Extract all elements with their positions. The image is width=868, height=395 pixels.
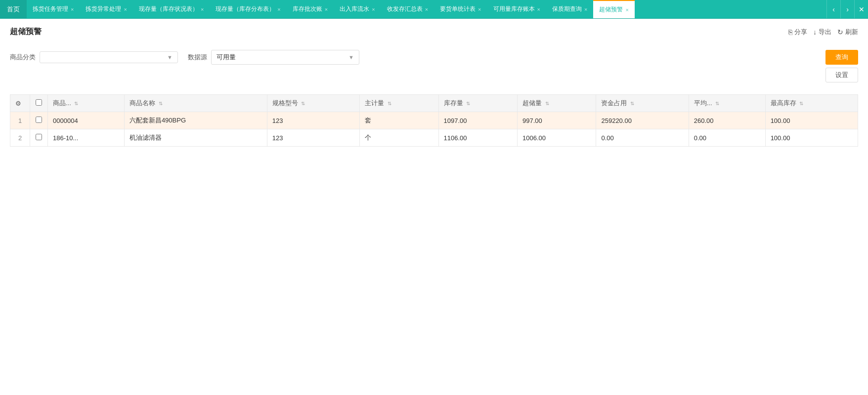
nav-close-button[interactable]: ✕ — [854, 0, 868, 19]
top-navigation: 首页 拣货任务管理 × 拣货异常处理 × 现存量（库存状况表） × 现存量（库存… — [0, 0, 868, 19]
export-icon: ↓ — [813, 28, 817, 36]
row-stock-1: 1106.00 — [438, 129, 517, 147]
sort-icon-capital: ⇅ — [630, 101, 634, 106]
th-code[interactable]: 商品... ⇅ — [48, 95, 125, 112]
share-button[interactable]: ⎘ 分享 — [788, 28, 807, 37]
sort-icon-spec: ⇅ — [301, 101, 305, 106]
row-checkbox-cell-0 — [30, 112, 48, 129]
row-max-1: 100.00 — [765, 129, 858, 147]
row-stock-0: 1097.00 — [438, 112, 517, 129]
sort-icon-stock: ⇅ — [466, 101, 470, 106]
nav-tab-9[interactable]: 保质期查询 × — [546, 0, 593, 19]
select-all-checkbox[interactable] — [36, 99, 42, 106]
close-tab-4[interactable]: × — [325, 6, 328, 12]
datasource-select[interactable]: 可用量 ▼ — [211, 50, 359, 65]
category-select[interactable]: ▼ — [40, 51, 178, 63]
row-unit-0: 套 — [360, 112, 438, 129]
refresh-icon: ↻ — [837, 28, 843, 36]
row-max-0: 100.00 — [765, 112, 858, 129]
close-tab-10[interactable]: × — [625, 7, 628, 13]
nav-arrows: ‹ › ✕ — [826, 0, 868, 19]
page-header: 超储预警 ⎘ 分享 ↓ 导出 ↻ 刷新 — [10, 27, 858, 37]
row-code-0: 0000004 — [48, 112, 125, 129]
data-table: ⚙ 商品... ⇅ 商品名称 ⇅ 规格型号 ⇅ 主计量 — [10, 94, 858, 147]
close-tab-5[interactable]: × — [372, 6, 375, 12]
row-checkbox-cell-1 — [30, 129, 48, 147]
query-settings-col: 查询 设置 — [825, 50, 858, 82]
close-tab-6[interactable]: × — [425, 6, 428, 12]
sort-icon-name: ⇅ — [159, 101, 163, 106]
table-header-row: ⚙ 商品... ⇅ 商品名称 ⇅ 规格型号 ⇅ 主计量 — [10, 95, 858, 112]
settings-button[interactable]: 设置 — [825, 68, 858, 82]
datasource-label: 数据源 — [188, 53, 207, 62]
nav-tab-8[interactable]: 可用量库存账本 × — [487, 0, 546, 19]
nav-tab-4[interactable]: 库存批次账 × — [287, 0, 334, 19]
close-tab-2[interactable]: × — [201, 6, 204, 12]
row-name-1: 机油滤清器 — [124, 129, 267, 147]
th-checkbox — [30, 95, 48, 112]
filter-area: 商品分类 ▼ 数据源 可用量 ▼ 查询 设置 — [10, 45, 858, 87]
sort-icon-over: ⇅ — [545, 101, 549, 106]
sort-icon-unit: ⇅ — [388, 101, 391, 106]
th-unit[interactable]: 主计量 ⇅ — [360, 95, 438, 112]
th-avg[interactable]: 平均... ⇅ — [689, 95, 765, 112]
table-row: 2 186-10... 机油滤清器 123 个 1106.00 1006.00 … — [10, 129, 858, 147]
gear-icon: ⚙ — [15, 100, 21, 107]
row-over-0: 997.00 — [517, 112, 596, 129]
th-spec[interactable]: 规格型号 ⇅ — [267, 95, 359, 112]
category-chevron-icon: ▼ — [167, 54, 173, 60]
page-actions: ⎘ 分享 ↓ 导出 ↻ 刷新 — [788, 28, 858, 37]
nav-tab-10[interactable]: 超储预警 × — [593, 0, 634, 19]
page-title: 超储预警 — [10, 27, 42, 37]
th-stock[interactable]: 库存量 ⇅ — [438, 95, 517, 112]
main-content: 超储预警 ⎘ 分享 ↓ 导出 ↻ 刷新 商品分类 ▼ — [0, 19, 868, 395]
table-row: 1 0000004 六配套新昌490BPG 123 套 1097.00 997.… — [10, 112, 858, 129]
nav-tab-5[interactable]: 出入库流水 × — [334, 0, 381, 19]
nav-next-button[interactable]: › — [840, 0, 854, 19]
row-spec-0: 123 — [267, 112, 359, 129]
close-tab-1[interactable]: × — [124, 6, 127, 12]
row-capital-0: 259220.00 — [596, 112, 689, 129]
nav-tab-6[interactable]: 收发存汇总表 × — [381, 0, 434, 19]
table-header: ⚙ 商品... ⇅ 商品名称 ⇅ 规格型号 ⇅ 主计量 — [10, 95, 858, 112]
nav-tab-2[interactable]: 现存量（库存状况表） × — [133, 0, 210, 19]
row-spec-1: 123 — [267, 129, 359, 147]
close-tab-8[interactable]: × — [537, 6, 540, 12]
category-label: 商品分类 — [10, 53, 36, 62]
th-capital[interactable]: 资金占用 ⇅ — [596, 95, 689, 112]
row-avg-0: 260.00 — [689, 112, 765, 129]
row-code-1: 186-10... — [48, 129, 125, 147]
nav-tab-3[interactable]: 现存量（库存分布表） × — [210, 0, 286, 19]
row-unit-1: 个 — [360, 129, 438, 147]
th-gear[interactable]: ⚙ — [10, 95, 30, 112]
row-name-0: 六配套新昌490BPG — [124, 112, 267, 129]
nav-home[interactable]: 首页 — [0, 0, 27, 19]
table-body: 1 0000004 六配套新昌490BPG 123 套 1097.00 997.… — [10, 112, 858, 147]
row-avg-1: 0.00 — [689, 129, 765, 147]
close-tab-3[interactable]: × — [277, 6, 280, 12]
nav-tab-7[interactable]: 要货单统计表 × — [434, 0, 487, 19]
nav-tab-1[interactable]: 拣货异常处理 × — [80, 0, 132, 19]
row-checkbox-0[interactable] — [36, 117, 42, 123]
row-num-1: 2 — [10, 129, 30, 147]
category-filter: 商品分类 ▼ — [10, 51, 178, 63]
close-tab-7[interactable]: × — [478, 6, 481, 12]
export-button[interactable]: ↓ 导出 — [813, 28, 831, 37]
sort-icon-avg: ⇅ — [715, 101, 719, 106]
th-max[interactable]: 最高库存 ⇅ — [765, 95, 858, 112]
query-button[interactable]: 查询 — [825, 50, 858, 65]
sort-icon-code: ⇅ — [74, 101, 78, 106]
refresh-button[interactable]: ↻ 刷新 — [837, 28, 858, 37]
close-tab-0[interactable]: × — [71, 6, 74, 12]
row-capital-1: 0.00 — [596, 129, 689, 147]
row-over-1: 1006.00 — [517, 129, 596, 147]
th-over[interactable]: 超储量 ⇅ — [517, 95, 596, 112]
nav-prev-button[interactable]: ‹ — [826, 0, 840, 19]
row-checkbox-1[interactable] — [36, 134, 42, 140]
datasource-select-text: 可用量 — [217, 53, 236, 62]
datasource-filter: 数据源 可用量 ▼ — [188, 50, 359, 65]
nav-tab-0[interactable]: 拣货任务管理 × — [27, 0, 80, 19]
th-name[interactable]: 商品名称 ⇅ — [124, 95, 267, 112]
share-icon: ⎘ — [788, 28, 792, 36]
close-tab-9[interactable]: × — [584, 6, 587, 12]
